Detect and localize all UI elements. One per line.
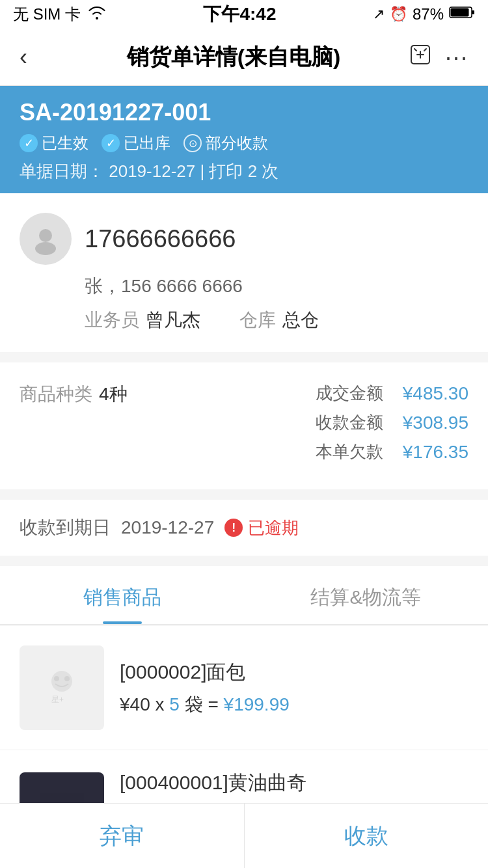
customer-phone: 17666666666	[85, 225, 236, 253]
order-badges: ✓ 已生效 ✓ 已出库 ⊙ 部分收款	[20, 133, 468, 154]
svg-point-8	[64, 676, 70, 681]
check-icon-1: ✓	[20, 134, 38, 152]
order-id: SA-20191227-001	[20, 99, 468, 126]
svg-point-7	[54, 676, 59, 681]
svg-point-4	[39, 229, 52, 242]
product-image-1: 星+	[20, 645, 104, 730]
overdue-text: 已逾期	[248, 517, 299, 539]
cancel-button[interactable]: 弃审	[0, 804, 245, 868]
order-date: 单据日期： 2019-12-27 | 打印 2 次	[20, 160, 468, 183]
avatar	[20, 213, 72, 265]
due-date: 2019-12-27	[121, 517, 214, 538]
alarm-icon: ⏰	[390, 6, 407, 23]
more-icon[interactable]: ···	[445, 44, 468, 71]
product-item: 星+ [0000002]面包 ¥40 x 5 袋 = ¥199.99	[0, 626, 488, 750]
warehouse-label: 仓库	[239, 308, 276, 332]
bottom-bar: 弃审 收款	[0, 803, 488, 868]
warehouse-value: 总仓	[282, 308, 319, 332]
category-count: 4种	[99, 382, 128, 407]
status-bar: 无 SIM 卡 下午4:42 ↗ ⏰ 87%	[0, 0, 488, 29]
status-bar-time: 下午4:42	[203, 2, 276, 27]
tab-products[interactable]: 销售商品	[0, 566, 244, 624]
due-label: 收款到期日	[20, 515, 111, 540]
receipt-label: 收款金额	[316, 411, 383, 434]
transaction-row: 成交金额 ¥485.30	[316, 382, 468, 405]
overdue-icon: !	[224, 519, 243, 537]
page-title: 销货单详情(来自电脑)	[127, 42, 341, 72]
tabs-section: 销售商品 结算&物流等	[0, 566, 488, 625]
carrier-label: 无 SIM 卡	[13, 4, 81, 25]
customer-section: 17666666666 张，156 6666 6666 业务员 曾凡杰 仓库 总…	[0, 193, 488, 352]
debt-amount: ¥176.35	[403, 442, 468, 463]
badge-active: ✓ 已生效	[20, 133, 88, 154]
clock-icon: ⊙	[183, 134, 202, 152]
battery-icon	[449, 5, 475, 23]
category-label: 商品种类	[20, 382, 92, 407]
salesperson-label: 业务员	[85, 308, 139, 332]
svg-text:星+: 星+	[51, 695, 64, 704]
salesperson-item: 业务员 曾凡杰	[85, 308, 200, 332]
location-icon: ↗	[373, 6, 385, 23]
svg-rect-1	[472, 10, 474, 14]
price-value-1: ¥40	[120, 694, 150, 714]
product-info-1: [0000002]面包 ¥40 x 5 袋 = ¥199.99	[120, 659, 468, 717]
order-header: SA-20191227-001 ✓ 已生效 ✓ 已出库 ⊙ 部分收款 单据日期：…	[0, 86, 488, 193]
receipt-amount: ¥308.95	[403, 413, 468, 433]
warehouse-item: 仓库 总仓	[239, 308, 319, 332]
summary-left: 商品种类 4种	[20, 382, 128, 407]
debt-label: 本单欠款	[316, 441, 383, 463]
unit-1: 袋	[185, 694, 203, 714]
svg-rect-2	[450, 8, 468, 17]
back-button[interactable]: ‹	[20, 44, 59, 71]
share-icon[interactable]	[409, 43, 432, 71]
receipt-row: 收款金额 ¥308.95	[316, 411, 468, 434]
product-name-2: [000400001]黄油曲奇	[120, 770, 468, 796]
salesperson-value: 曾凡杰	[146, 308, 200, 332]
product-price-1: ¥40 x 5 袋 = ¥199.99	[120, 692, 468, 717]
confirm-button[interactable]: 收款	[245, 804, 489, 868]
overdue-badge: ! 已逾期	[224, 517, 299, 539]
customer-row: 17666666666	[20, 213, 468, 265]
status-bar-right: ↗ ⏰ 87%	[373, 5, 475, 23]
customer-meta: 业务员 曾凡杰 仓库 总仓	[85, 308, 468, 332]
summary-right: 成交金额 ¥485.30 收款金额 ¥308.95 本单欠款 ¥176.35	[316, 382, 468, 470]
due-section: 收款到期日 2019-12-27 ! 已逾期	[0, 500, 488, 556]
summary-section: 商品种类 4种 成交金额 ¥485.30 收款金额 ¥308.95 本单欠款 ¥…	[0, 362, 488, 489]
tab-settlement[interactable]: 结算&物流等	[244, 566, 488, 624]
debt-row: 本单欠款 ¥176.35	[316, 441, 468, 463]
svg-point-6	[51, 671, 72, 692]
total-value-1: ¥199.99	[224, 694, 290, 714]
badge-partial: ⊙ 部分收款	[183, 133, 268, 154]
svg-point-5	[35, 242, 56, 255]
check-icon-2: ✓	[102, 134, 120, 152]
transaction-amount: ¥485.30	[403, 383, 468, 404]
qty-value-1: 5	[169, 694, 180, 714]
nav-actions: ···	[409, 43, 468, 71]
battery-label: 87%	[413, 5, 444, 23]
customer-name: 张，156 6666 6666	[85, 274, 468, 299]
badge-shipped: ✓ 已出库	[102, 133, 170, 154]
category-row: 商品种类 4种	[20, 382, 128, 407]
nav-bar: ‹ 销货单详情(来自电脑) ···	[0, 29, 488, 86]
status-bar-left: 无 SIM 卡	[13, 4, 107, 25]
wifi-icon	[87, 5, 107, 23]
transaction-label: 成交金额	[316, 382, 383, 405]
product-name-1: [0000002]面包	[120, 659, 468, 686]
